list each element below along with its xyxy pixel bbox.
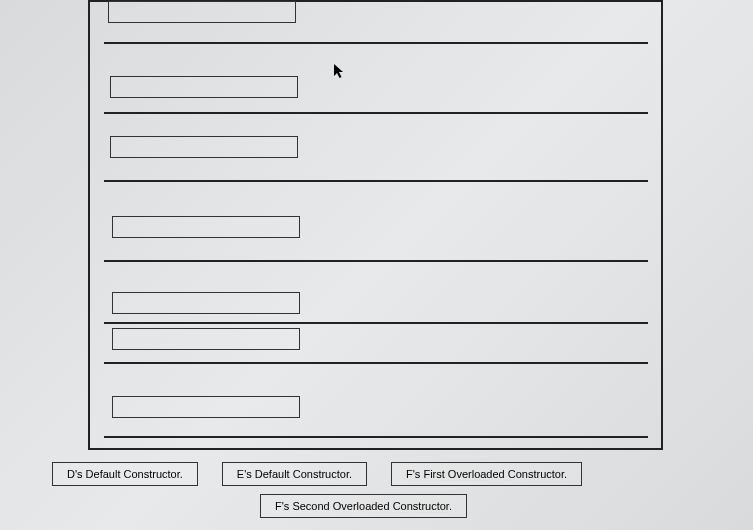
divider bbox=[104, 180, 648, 182]
divider bbox=[104, 112, 648, 114]
answer-slot[interactable] bbox=[108, 1, 296, 23]
answer-slot[interactable] bbox=[112, 216, 300, 238]
answer-slot[interactable] bbox=[112, 292, 300, 314]
answer-container bbox=[88, 0, 663, 450]
option-f-second[interactable]: F's Second Overloaded Constructor. bbox=[260, 494, 467, 518]
options-row-1: D's Default Constructor. E's Default Con… bbox=[52, 462, 582, 486]
answer-slot[interactable] bbox=[110, 136, 298, 158]
divider bbox=[104, 42, 648, 44]
divider bbox=[104, 362, 648, 364]
divider bbox=[104, 322, 648, 324]
answer-slot[interactable] bbox=[112, 396, 300, 418]
answer-slot[interactable] bbox=[112, 328, 300, 350]
option-f-first[interactable]: F's First Overloaded Constructor. bbox=[391, 462, 582, 486]
answer-slot[interactable] bbox=[110, 76, 298, 98]
divider bbox=[104, 260, 648, 262]
option-e-default[interactable]: E's Default Constructor. bbox=[222, 462, 367, 486]
options-row-2: F's Second Overloaded Constructor. bbox=[260, 494, 467, 518]
divider bbox=[104, 436, 648, 438]
option-d-default[interactable]: D's Default Constructor. bbox=[52, 462, 198, 486]
